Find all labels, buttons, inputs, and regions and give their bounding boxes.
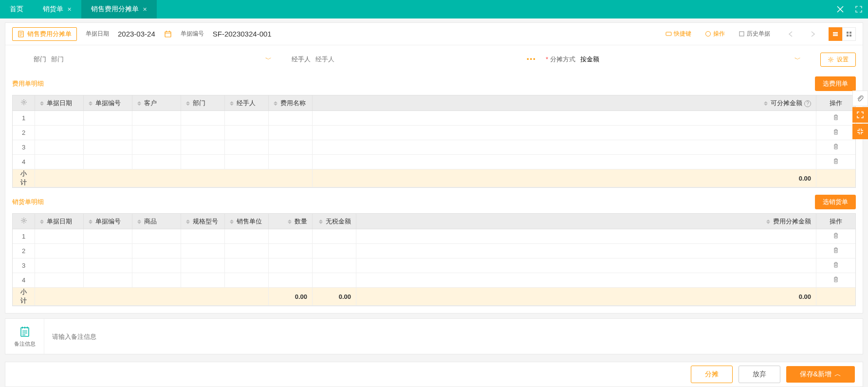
delete-row-button[interactable] [832,115,839,122]
window-fullscreen-button[interactable] [850,0,868,18]
select-sales-order-button[interactable]: 选销货单 [815,195,856,209]
delete-row-button[interactable] [832,262,839,270]
fee-detail-table: 单据日期 单据编号 客户 部门 经手人 费用名称 可分摊金额? 操作 1234 … [12,95,856,188]
delete-row-button[interactable] [832,277,839,284]
table-row[interactable]: 3 [13,140,855,155]
delete-row-button[interactable] [832,248,839,255]
select-fee-order-button[interactable]: 选费用单 [815,76,856,91]
col-product[interactable]: 商品 [132,214,181,229]
remark-input[interactable] [44,319,863,354]
row-number: 2 [13,244,35,258]
tab-sales-fee-allocation[interactable]: 销售费用分摊单✕ [81,0,157,18]
col-qty[interactable]: 数量 [269,214,313,229]
svg-rect-9 [850,32,851,34]
row-number: 3 [13,258,35,273]
form-row: 部门 ﹀ 经手人 ••• 分摊方式 ﹀ 设置 [5,45,863,76]
document-type-tag: 销售费用分摊单 [12,27,77,41]
collapse-button[interactable] [852,124,868,139]
table-row[interactable]: 2 [13,244,855,258]
allocate-button[interactable]: 分摊 [691,366,733,383]
svg-rect-6 [833,34,838,35]
col-date[interactable]: 单据日期 [35,214,84,229]
delete-row-button[interactable] [832,233,839,240]
docno-label: 单据编号 [181,30,204,38]
handler-select[interactable]: ••• [315,52,541,67]
col-customer[interactable]: 客户 [132,95,181,111]
attachment-button[interactable] [852,91,868,106]
col-no[interactable]: 单据编号 [84,95,132,111]
dept-input[interactable] [51,55,265,63]
row-number: 1 [13,111,35,126]
docno-value: SF-20230324-001 [213,30,272,38]
gear-icon [828,56,834,63]
svg-rect-2 [666,32,671,36]
subtotal-qty: 0.00 [269,288,313,306]
col-no[interactable]: 单据编号 [84,214,132,229]
col-gear[interactable] [13,214,35,229]
svg-rect-10 [847,35,849,37]
tab-sales-order[interactable]: 销货单✕ [33,0,81,18]
row-number: 3 [13,140,35,155]
settings-button[interactable]: 设置 [820,53,856,67]
col-allocated-fee[interactable]: 费用分摊金额 [356,214,816,229]
col-feename[interactable]: 费用名称 [269,95,313,111]
col-gear[interactable] [13,95,35,111]
dept-label: 部门 [12,55,51,64]
close-icon[interactable]: ✕ [67,6,72,13]
date-label: 单据日期 [86,30,109,38]
delete-row-button[interactable] [832,129,839,137]
save-and-new-button[interactable]: 保存&新增︿ [786,366,855,383]
dept-select[interactable]: ﹀ [51,52,277,67]
date-value[interactable]: 2023-03-24 [118,30,155,38]
col-allocatable-amount[interactable]: 可分摊金额? [313,95,816,111]
table-row[interactable]: 3 [13,258,855,273]
window-close-button[interactable] [831,0,850,18]
document-icon [18,31,24,37]
next-record-button[interactable] [806,27,820,41]
collapse-icon [856,128,864,135]
handler-input[interactable] [315,55,529,63]
col-date[interactable]: 单据日期 [35,95,84,111]
footer-bar: 分摊 放弃 保存&新增︿ [5,362,863,387]
col-action: 操作 [816,214,855,229]
gear-icon [20,99,27,106]
more-icon: ••• [527,55,536,63]
top-tab-bar: 首页 销货单✕ 销售费用分摊单✕ [0,0,868,18]
history-link[interactable]: 历史单据 [739,30,770,38]
method-input[interactable] [580,55,794,63]
svg-point-3 [706,32,711,37]
view-grid-button[interactable] [842,27,856,41]
method-select[interactable]: ﹀ [580,52,806,67]
svg-point-12 [830,58,831,60]
view-list-button[interactable] [829,27,842,41]
expand-button[interactable] [852,107,868,123]
calendar-icon[interactable] [164,30,172,38]
delete-row-button[interactable] [832,144,839,151]
close-icon[interactable]: ✕ [143,6,147,13]
table-row[interactable]: 1 [13,111,855,126]
col-unit[interactable]: 销售单位 [225,214,269,229]
trash-icon [832,114,839,121]
table-row[interactable]: 2 [13,126,855,140]
col-spec[interactable]: 规格型号 [181,214,225,229]
tab-home[interactable]: 首页 [0,0,33,18]
table-row[interactable]: 1 [13,229,855,244]
prev-record-button[interactable] [784,27,797,41]
svg-rect-11 [850,35,851,37]
delete-row-button[interactable] [832,159,839,166]
discard-button[interactable]: 放弃 [739,366,780,383]
note-icon [18,326,31,338]
trash-icon [832,143,839,150]
remark-label: 备注信息 [14,340,36,348]
table-row[interactable]: 4 [13,155,855,169]
col-dept[interactable]: 部门 [181,95,225,111]
sales-detail-table: 单据日期 单据编号 商品 规格型号 销售单位 数量 无税金额 费用分摊金额 操作… [12,213,856,306]
help-icon[interactable]: ? [804,100,811,107]
chevron-up-icon: ︿ [834,370,841,379]
col-action: 操作 [816,95,855,111]
col-handler[interactable]: 经手人 [225,95,269,111]
col-notax-amount[interactable]: 无税金额 [313,214,356,229]
shortcuts-link[interactable]: 快捷键 [665,30,691,38]
operations-link[interactable]: 操作 [705,30,725,38]
table-row[interactable]: 4 [13,273,855,288]
